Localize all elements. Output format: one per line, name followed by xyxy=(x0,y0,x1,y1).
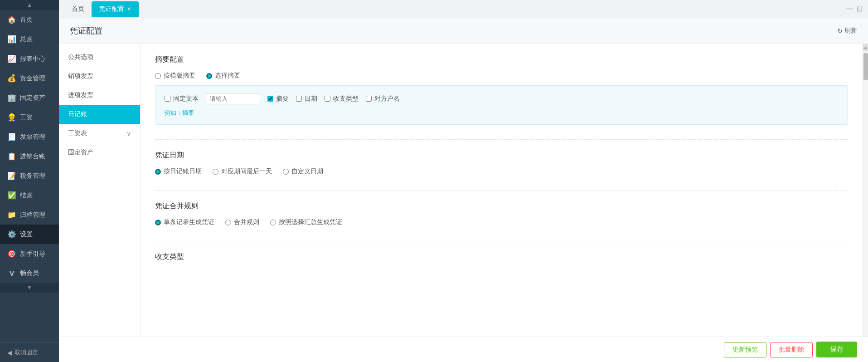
counterparty-checkbox[interactable] xyxy=(366,96,372,102)
voucher-date-title: 凭证日期 xyxy=(155,151,848,160)
left-nav-fixed-assets[interactable]: 固定资产 xyxy=(59,143,140,162)
maximize-button[interactable]: ⊡ xyxy=(857,5,863,13)
sidebar-item-guide[interactable]: 🎯 新手引导 xyxy=(0,244,59,264)
select-summary-option[interactable]: 按照选择汇总生成凭证 xyxy=(270,218,342,226)
sidebar-scroll-up[interactable]: ▲ xyxy=(0,0,59,10)
abstract-checkbox[interactable] xyxy=(267,96,273,102)
fixed-text-checkbox[interactable] xyxy=(165,96,170,102)
voucher-date-section: 凭证日期 按日记账日期 对应期间最后一天 自定义日期 xyxy=(155,151,848,176)
sidebar-item-general-ledger[interactable]: 📊 总账 xyxy=(0,29,59,49)
sidebar-item-invoice[interactable]: 🧾 发票管理 xyxy=(0,127,59,147)
tab-home[interactable]: 首页 xyxy=(64,1,92,17)
left-nav: 公共选项 销项发票 进项发票 日记账 工资表 ∨ 固定资产 xyxy=(59,44,141,337)
fixed-text-option[interactable]: 固定文本 xyxy=(165,95,199,103)
assets-icon: 🏢 xyxy=(7,93,16,102)
ledger-icon: 📊 xyxy=(7,35,16,44)
last-day-radio[interactable] xyxy=(213,169,218,175)
sidebar-scroll-down[interactable]: ▼ xyxy=(0,283,59,293)
income-type-option[interactable]: 收支类型 xyxy=(325,95,359,103)
income-type-label: 收支类型 xyxy=(333,95,359,103)
sidebar-item-report-center[interactable]: 📈 报表中心 xyxy=(0,49,59,68)
checkbox-row: 固定文本 摘要 日期 xyxy=(165,93,839,104)
minimize-button[interactable]: — xyxy=(846,5,853,13)
sidebar-item-label: 设置 xyxy=(20,230,33,239)
refresh-button[interactable]: ↻ 刷新 xyxy=(837,27,857,35)
sidebar-item-vip[interactable]: V 畅会员 xyxy=(0,264,59,283)
left-nav-public-options[interactable]: 公共选项 xyxy=(59,48,140,67)
sidebar-item-archive[interactable]: 📁 归档管理 xyxy=(0,205,59,225)
tax-icon: 📝 xyxy=(7,171,16,180)
income-type-checkbox[interactable] xyxy=(325,96,330,102)
sidebar-item-payroll[interactable]: 👷 工资 xyxy=(0,108,59,127)
date-option[interactable]: 日期 xyxy=(296,95,317,103)
by-journal-date-radio[interactable] xyxy=(155,169,161,175)
divider-1 xyxy=(155,139,848,140)
guide-icon: 🎯 xyxy=(7,249,16,258)
tab-close-icon[interactable]: ✕ xyxy=(127,6,131,12)
by-journal-date-option[interactable]: 按日记账日期 xyxy=(155,167,202,176)
template-abstract-radio[interactable] xyxy=(155,73,161,79)
settings-icon: ⚙️ xyxy=(7,230,16,239)
counterparty-option[interactable]: 对方户名 xyxy=(366,95,400,103)
income-type-section: 收支类型 xyxy=(155,252,848,262)
custom-date-option[interactable]: 自定义日期 xyxy=(283,167,323,176)
date-checkbox[interactable] xyxy=(296,96,302,102)
sidebar-item-label: 资金管理 xyxy=(20,74,45,83)
template-abstract-option[interactable]: 按模版摘要 xyxy=(155,72,195,80)
sidebar-item-home[interactable]: 🏠 首页 xyxy=(0,10,59,29)
sidebar-item-purchase-sale[interactable]: 📋 进销台账 xyxy=(0,147,59,166)
sidebar-item-label: 新手引导 xyxy=(20,250,45,258)
save-button[interactable]: 保存 xyxy=(816,342,857,357)
single-record-option[interactable]: 单条记录生成凭证 xyxy=(155,218,214,226)
settlement-icon: ✅ xyxy=(7,191,16,200)
refresh-icon: ↻ xyxy=(837,27,843,34)
sidebar-item-fund-management[interactable]: 💰 资金管理 xyxy=(0,68,59,88)
update-preview-button[interactable]: 更新预览 xyxy=(724,342,766,357)
sidebar-item-tax[interactable]: 📝 税务管理 xyxy=(0,166,59,186)
merge-rules-option[interactable]: 合并规则 xyxy=(225,218,259,226)
sidebar-item-label: 畅会员 xyxy=(20,269,39,277)
fixed-text-input[interactable] xyxy=(206,93,260,104)
counterparty-label: 对方户名 xyxy=(374,95,400,103)
custom-date-radio[interactable] xyxy=(283,169,289,175)
content-area: 凭证配置 ↻ 刷新 公共选项 销项发票 进项发票 日记账 xyxy=(59,18,868,362)
sidebar-item-fixed-assets[interactable]: 🏢 固定资产 xyxy=(0,88,59,108)
merge-rules-label: 合并规则 xyxy=(234,218,259,226)
left-nav-sales-invoice[interactable]: 销项发票 xyxy=(59,67,140,86)
tab-voucher-config-label: 凭证配置 xyxy=(99,5,124,13)
right-content: 摘要配置 按模版摘要 选择摘要 xyxy=(141,44,863,337)
scroll-up-button[interactable]: ▲ xyxy=(863,44,868,51)
sidebar: ▲ 🏠 首页 📊 总账 📈 报表中心 💰 资金管理 🏢 固定资产 👷 工资 🧾 … xyxy=(0,0,59,362)
divider-3 xyxy=(155,241,848,241)
abstract-option[interactable]: 摘要 xyxy=(267,95,289,103)
sidebar-item-settlement[interactable]: ✅ 结账 xyxy=(0,186,59,205)
merge-rules-radio-group: 单条记录生成凭证 合并规则 按照选择汇总生成凭证 xyxy=(155,218,848,226)
fund-icon: 💰 xyxy=(7,74,16,83)
sidebar-item-label: 首页 xyxy=(20,16,33,24)
select-summary-label: 按照选择汇总生成凭证 xyxy=(279,218,342,226)
select-abstract-option[interactable]: 选择摘要 xyxy=(206,72,240,80)
select-summary-radio[interactable] xyxy=(270,220,276,225)
abstract-config-section: 摘要配置 按模版摘要 选择摘要 xyxy=(155,55,848,125)
single-record-radio[interactable] xyxy=(155,220,161,225)
sidebar-unpin-button[interactable]: ◀ 取消固定 xyxy=(0,342,59,362)
date-label: 日期 xyxy=(305,95,317,103)
tab-voucher-config[interactable]: 凭证配置 ✕ xyxy=(92,1,139,17)
vip-icon: V xyxy=(7,269,16,277)
last-day-option[interactable]: 对应期间最后一天 xyxy=(213,167,272,176)
sidebar-item-settings[interactable]: ⚙️ 设置 xyxy=(0,225,59,244)
expand-icon: ∨ xyxy=(126,130,131,137)
left-nav-label: 工资表 xyxy=(68,129,87,137)
fixed-text-label: 固定文本 xyxy=(173,95,199,103)
sidebar-item-label: 结账 xyxy=(20,191,33,200)
left-nav-journal[interactable]: 日记账 xyxy=(59,105,140,124)
left-nav-payroll-table[interactable]: 工资表 ∨ xyxy=(59,124,140,143)
left-nav-purchase-invoice[interactable]: 进项发票 xyxy=(59,86,140,105)
merge-rules-radio[interactable] xyxy=(225,220,231,225)
batch-delete-button[interactable]: 批量删除 xyxy=(770,342,813,357)
sidebar-item-label: 报表中心 xyxy=(20,55,45,63)
unpin-icon: ◀ xyxy=(7,349,12,356)
sidebar-item-label: 发票管理 xyxy=(20,133,45,141)
select-abstract-radio[interactable] xyxy=(206,73,212,79)
scroll-thumb[interactable] xyxy=(863,53,868,80)
